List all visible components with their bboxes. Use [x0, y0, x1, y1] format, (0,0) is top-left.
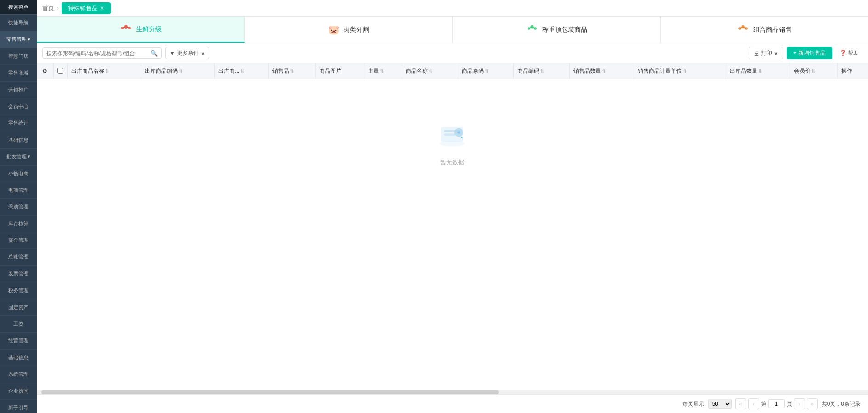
filter-icon: ▼ — [170, 50, 175, 57]
th-sale-qty: 销售品数量⇅ — [569, 63, 634, 79]
meat-icon: 🐷 — [328, 24, 340, 35]
sidebar-item-basic-info[interactable]: 基础信息 — [0, 132, 37, 149]
sidebar-item-finance[interactable]: 资金管理 — [0, 232, 37, 249]
toolbar-right: 🖨 打印 ∨ + 新增销售品 ❓ 帮助 — [749, 47, 862, 59]
sort-icon[interactable]: ⇅ — [179, 69, 182, 74]
tab-weigh[interactable]: 称重预包装商品 — [453, 17, 661, 43]
category-tabs: 生鲜分级 🐷 肉类分割 称重预包装商品 组合商品销售 — [37, 17, 868, 43]
sidebar-item-newbie[interactable]: 新手引导 — [0, 400, 37, 413]
print-button[interactable]: 🖨 打印 ∨ — [749, 47, 783, 59]
empty-state: 暂无数据 — [37, 79, 868, 203]
sidebar-item-ecommerce-mgmt[interactable]: 电商管理 — [0, 182, 37, 199]
sort-icon[interactable]: ⇅ — [602, 69, 606, 74]
search-menu-label: 搜索菜单 — [8, 4, 28, 10]
sidebar-item-smart-store[interactable]: 智慧门店 — [0, 48, 37, 65]
th-image: 商品图片 — [316, 63, 364, 79]
close-icon[interactable]: ✕ — [100, 5, 104, 11]
th-outlet-code: 出库商品编码⇅ — [141, 63, 214, 79]
page-number-input[interactable] — [768, 399, 785, 408]
sidebar-item-basic-info2[interactable]: 基础信息 — [0, 350, 37, 366]
sidebar-item-inventory[interactable]: 库存核算 — [0, 216, 37, 232]
tab-meat-label: 肉类分割 — [343, 26, 369, 34]
chevron-down-icon: ▾ — [28, 36, 30, 43]
sort-icon[interactable]: ⇅ — [290, 69, 294, 74]
last-page-button[interactable]: » — [807, 398, 818, 409]
pagination: 每页显示 50 10 20 100 « ‹ 第 页 › » 共0页，0条记录 — [37, 394, 868, 413]
horizontal-scroll-thumb[interactable] — [41, 390, 499, 394]
printer-icon: 🖨 — [754, 50, 759, 57]
th-outlet-qty: 出库品数量⇅ — [726, 63, 790, 79]
th-sale-unit: 销售商品计量单位⇅ — [634, 63, 726, 79]
tab-fresh[interactable]: 生鲜分级 — [37, 17, 245, 43]
sidebar-item-purchase[interactable]: 采购管理 — [0, 199, 37, 215]
th-action: 操作 — [837, 63, 868, 79]
sidebar-item-operations[interactable]: 经营管理 — [0, 333, 37, 349]
sort-icon[interactable]: ⇅ — [380, 69, 384, 74]
sidebar-item-retail[interactable]: 零售管理 ▾ — [0, 31, 37, 48]
fresh-icon — [119, 23, 132, 35]
first-page-button[interactable]: « — [735, 398, 746, 409]
empty-row: 暂无数据 — [37, 79, 868, 204]
per-page-select[interactable]: 50 10 20 100 — [708, 399, 732, 409]
sidebar-item-payroll[interactable]: 工资 — [0, 316, 37, 333]
pagination-nav: « ‹ 第 页 › » — [735, 398, 818, 409]
sidebar-item-ledger[interactable]: 总账管理 — [0, 249, 37, 265]
sidebar-item-retail-mall[interactable]: 零售商城 — [0, 65, 37, 81]
horizontal-scrollbar[interactable] — [37, 390, 868, 394]
tab-combo[interactable]: 组合商品销售 — [661, 17, 868, 43]
sidebar-item-wholesale[interactable]: 批发管理 ▾ — [0, 149, 37, 165]
sidebar-item-marketing[interactable]: 营销推广 — [0, 82, 37, 98]
breadcrumb-separator: › — [57, 5, 59, 11]
th-checkbox[interactable] — [53, 63, 67, 79]
empty-icon — [434, 116, 471, 153]
sort-icon[interactable]: ⇅ — [811, 69, 815, 74]
select-all-checkbox[interactable] — [57, 68, 63, 74]
th-sale-item: 销售品⇅ — [269, 63, 316, 79]
filter-chevron-icon: ∨ — [201, 50, 205, 57]
sidebar-item-invoice[interactable]: 发票管理 — [0, 266, 37, 282]
sort-icon[interactable]: ⇅ — [240, 69, 244, 74]
new-sale-button[interactable]: + 新增销售品 — [787, 47, 832, 59]
prev-page-button[interactable]: ‹ — [748, 398, 759, 409]
sort-icon[interactable]: ⇅ — [105, 69, 109, 74]
search-input[interactable] — [46, 50, 150, 57]
page-content: 生鲜分级 🐷 肉类分割 称重预包装商品 组合商品销售 — [37, 17, 868, 413]
sort-icon[interactable]: ⇅ — [683, 69, 686, 74]
sidebar: 搜索菜单 快捷导航 零售管理 ▾ 智慧门店 零售商城 营销推广 会员中心 零售统… — [0, 0, 37, 413]
search-icon[interactable]: 🔍 — [150, 50, 158, 57]
sidebar-item-fixed-assets[interactable]: 固定资产 — [0, 299, 37, 316]
sidebar-item-system[interactable]: 系统管理 — [0, 366, 37, 383]
top-header: 首页 › 特殊销售品 ✕ — [37, 0, 868, 17]
sidebar-item-tax[interactable]: 税务管理 — [0, 282, 37, 299]
help-icon: ❓ — [840, 50, 846, 56]
help-button[interactable]: ❓ 帮助 — [836, 47, 862, 59]
active-tab[interactable]: 特殊销售品 ✕ — [62, 2, 111, 14]
sort-icon[interactable]: ⇅ — [485, 69, 488, 74]
active-tab-label: 特殊销售品 — [68, 4, 98, 12]
data-table: ⚙ 出库商品名称⇅ 出库商品编码⇅ 出库商...⇅ 销售品⇅ 商品图片 主量⇅ … — [37, 63, 868, 203]
print-chevron-icon: ∨ — [774, 50, 778, 57]
th-settings[interactable]: ⚙ — [37, 63, 53, 79]
per-page-label: 每页显示 — [682, 400, 704, 408]
next-page-button[interactable]: › — [794, 398, 805, 409]
sort-icon[interactable]: ⇅ — [758, 69, 762, 74]
filter-button[interactable]: ▼ 更多条件 ∨ — [165, 47, 209, 59]
tab-meat[interactable]: 🐷 肉类分割 — [245, 17, 453, 43]
sidebar-item-quick-nav[interactable]: 快捷导航 — [0, 15, 37, 31]
sort-icon[interactable]: ⇅ — [540, 69, 544, 74]
main-content: 首页 › 特殊销售品 ✕ 生鲜分级 🐷 肉类分割 称重预 — [37, 0, 868, 413]
sidebar-item-members[interactable]: 会员中心 — [0, 98, 37, 115]
sidebar-item-enterprise[interactable]: 企业协同 — [0, 383, 37, 400]
svg-rect-18 — [444, 133, 455, 136]
table-header-row: ⚙ 出库商品名称⇅ 出库商品编码⇅ 出库商...⇅ 销售品⇅ 商品图片 主量⇅ … — [37, 63, 868, 79]
sort-icon[interactable]: ⇅ — [429, 69, 432, 74]
data-table-wrapper: ⚙ 出库商品名称⇅ 出库商品编码⇅ 出库商...⇅ 销售品⇅ 商品图片 主量⇅ … — [37, 63, 868, 390]
sidebar-item-ecommerce-small[interactable]: 小畅电商 — [0, 166, 37, 182]
tab-combo-label: 组合商品销售 — [753, 26, 792, 34]
page-suffix-label: 页 — [787, 400, 792, 408]
combo-icon — [737, 23, 749, 36]
empty-text: 暂无数据 — [440, 158, 464, 166]
sidebar-item-retail-stats[interactable]: 零售统计 — [0, 115, 37, 132]
home-breadcrumb[interactable]: 首页 — [42, 4, 54, 12]
sidebar-search-menu[interactable]: 搜索菜单 — [0, 0, 37, 15]
